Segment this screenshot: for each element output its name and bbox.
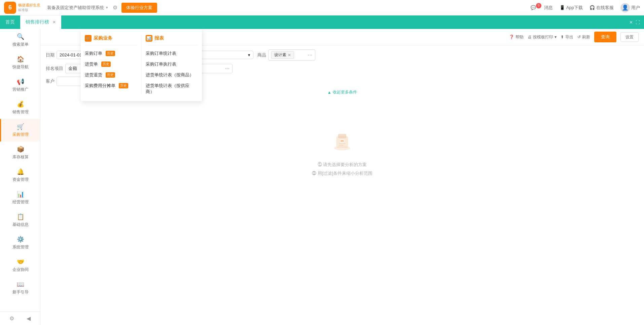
hint-circle-1: ⓵ bbox=[318, 162, 323, 167]
top-header: 6 畅捷通好生意 标准版 装备及固定资产辅助管理系统 ▾ ⚙ 体验行业方案 💬 … bbox=[0, 0, 644, 15]
online-service-btn[interactable]: 🎧 在线客服 bbox=[589, 5, 614, 11]
dropdown-item-purchase-order[interactable]: 采购订单 历史 bbox=[85, 48, 137, 59]
sidebar-label-basic-info: 基础信息 bbox=[12, 222, 29, 228]
history-badge-3: 历史 bbox=[119, 83, 128, 88]
system-icon: ⚙️ bbox=[17, 236, 24, 243]
svg-rect-2 bbox=[338, 134, 346, 138]
sidebar-label-quick-nav: 快捷导航 bbox=[12, 64, 29, 70]
sidebar-item-inventory[interactable]: 📦 库存核算 bbox=[0, 141, 40, 164]
settings-icon[interactable]: ⚙ bbox=[113, 4, 117, 11]
purchase-col-label: 采购业务 bbox=[94, 35, 112, 41]
sidebar-label-operations: 经营管理 bbox=[12, 199, 29, 205]
sidebar: 🔍 搜索菜单 🏠 快捷导航 📢 营销推广 💰 销售管理 🛒 采购管理 📦 库存核… bbox=[0, 29, 40, 325]
help-btn[interactable]: ❓ 帮助 bbox=[509, 34, 524, 40]
sidebar-item-guide[interactable]: 📖 新手引导 bbox=[0, 277, 40, 299]
message-badge: 9 bbox=[536, 3, 541, 8]
hint-text-2: 用[过滤]条件来缩小分析范围 bbox=[318, 171, 372, 176]
sidebar-item-system[interactable]: ⚙️ 系统管理 bbox=[0, 232, 40, 254]
maximize-icon[interactable]: ⛶ bbox=[636, 20, 640, 25]
history-badge-2: 历史 bbox=[106, 72, 115, 78]
sidebar-item-basic-info[interactable]: 📋 基础信息 bbox=[0, 209, 40, 232]
sidebar-label-guide: 新手引导 bbox=[12, 289, 29, 295]
salesperson-more[interactable]: ··· bbox=[225, 66, 229, 72]
dropdown-label-order-stats: 采购订单统计表 bbox=[146, 50, 176, 56]
finance-icon: 🔔 bbox=[17, 168, 24, 175]
user-btn[interactable]: 👤 用户 bbox=[620, 3, 640, 12]
ranking-value: 金额 bbox=[68, 66, 77, 72]
purchase-col-title: 🛒 采购业务 bbox=[85, 33, 137, 45]
query-btn[interactable]: 查询 bbox=[594, 32, 616, 42]
export-icon: ⬆ bbox=[561, 35, 564, 39]
setup-btn[interactable]: 设置 bbox=[620, 32, 639, 42]
app-icon: 📱 bbox=[560, 5, 565, 10]
export-btn[interactable]: ⬆ 导出 bbox=[561, 34, 573, 40]
inventory-icon: 📦 bbox=[17, 146, 24, 153]
basic-info-icon: 📋 bbox=[17, 213, 24, 220]
message-btn[interactable]: 💬 9 消息 bbox=[531, 5, 553, 11]
tab-sales-ranking[interactable]: 销售排行榜 ✕ bbox=[20, 15, 61, 29]
goods-tag-close[interactable]: ✕ bbox=[288, 53, 291, 57]
dropdown-item-order-exec[interactable]: 采购订单执行表 bbox=[146, 59, 198, 70]
help-icon: ❓ bbox=[509, 35, 514, 39]
system-title-arrow[interactable]: ▾ bbox=[106, 5, 108, 10]
purchase-col: 🛒 采购业务 采购订单 历史 进货单 历史 进货退货 历史 bbox=[81, 33, 141, 97]
bottom-collapse-icon[interactable]: ◀ bbox=[27, 315, 31, 322]
export-label: 导出 bbox=[565, 34, 573, 40]
hint-circle-2: ⓶ bbox=[312, 171, 318, 176]
message-label: 消息 bbox=[544, 5, 553, 11]
sidebar-item-enterprise[interactable]: 🤝 企业协同 bbox=[0, 254, 40, 277]
content-area: 🛒 采购业务 采购订单 历史 进货单 历史 进货退货 历史 bbox=[40, 29, 644, 325]
tab-close-icon[interactable]: ✕ bbox=[52, 20, 56, 25]
refresh-btn[interactable]: ↺ 刷新 bbox=[577, 34, 590, 40]
sidebar-item-purchase[interactable]: 🛒 采购管理 bbox=[0, 119, 40, 141]
date-start: 2024-01-01 bbox=[60, 52, 82, 57]
dropdown-label-purchase-order: 采购订单 bbox=[85, 50, 102, 56]
dropdown-item-return[interactable]: 进货退货 历史 bbox=[85, 70, 137, 80]
main-layout: 🔍 搜索菜单 🏠 快捷导航 📢 营销推广 💰 销售管理 🛒 采购管理 📦 库存核… bbox=[0, 29, 644, 325]
sidebar-label-finance: 资金管理 bbox=[12, 177, 29, 182]
app-download-btn[interactable]: 📱 App下载 bbox=[560, 5, 583, 11]
sidebar-item-sales[interactable]: 💰 销售管理 bbox=[0, 96, 40, 119]
dropdown-item-expense[interactable]: 采购费用分摊单 历史 bbox=[85, 80, 137, 91]
tab-sales-label: 销售排行榜 bbox=[26, 19, 49, 25]
tab-controls: ✕ ⛶ bbox=[629, 15, 644, 29]
goods-select[interactable]: 设计素 ✕ ··· bbox=[268, 49, 315, 60]
report-col-label: 报表 bbox=[154, 35, 164, 41]
sidebar-item-search[interactable]: 🔍 搜索菜单 bbox=[0, 29, 40, 51]
bottom-settings-icon[interactable]: ⚙ bbox=[9, 315, 14, 322]
collapse-label: 收起更多条件 bbox=[333, 89, 357, 95]
dropdown-label-return: 进货退货 bbox=[85, 72, 102, 78]
goods-more-btn[interactable]: ··· bbox=[308, 52, 312, 58]
sidebar-label-search: 搜索菜单 bbox=[12, 42, 29, 47]
dropdown-item-inbound-supplier[interactable]: 进货单统计表（按供应商） bbox=[146, 80, 198, 97]
avatar: 👤 bbox=[620, 3, 630, 12]
sidebar-item-finance[interactable]: 🔔 资金管理 bbox=[0, 164, 40, 187]
sidebar-item-quick-nav[interactable]: 🏠 快捷导航 bbox=[0, 51, 40, 74]
dropdown-label-inbound-supplier: 进货单统计表（按供应商） bbox=[146, 83, 198, 95]
print-arrow[interactable]: ▾ bbox=[554, 35, 557, 39]
industry-btn[interactable]: 体验行业方案 bbox=[121, 3, 157, 13]
filter-goods-group: 商品 设计素 ✕ ··· bbox=[257, 49, 315, 60]
sidebar-item-marketing[interactable]: 📢 营销推广 bbox=[0, 74, 40, 96]
empty-hint-1: ⓵ 请先选择要分析的方案 bbox=[318, 162, 367, 168]
dropdown-item-inbound-goods[interactable]: 进货单统计表（按商品） bbox=[146, 70, 198, 80]
close-window-icon[interactable]: ✕ bbox=[629, 20, 633, 25]
sales-icon: 💰 bbox=[17, 100, 24, 108]
dropdown-item-inbound[interactable]: 进货单 历史 bbox=[85, 59, 137, 70]
dropdown-item-order-stats[interactable]: 采购订单统计表 bbox=[146, 48, 198, 59]
collapse-btn[interactable]: ▲ 收起更多条件 bbox=[327, 89, 357, 95]
logo-sub: 标准版 bbox=[18, 8, 40, 12]
header-right: 💬 9 消息 📱 App下载 🎧 在线客服 👤 用户 bbox=[531, 3, 640, 12]
sidebar-item-operations[interactable]: 📊 经营管理 bbox=[0, 187, 40, 209]
date-label: 日期 bbox=[46, 52, 55, 58]
status-select-arrow: ▾ bbox=[248, 52, 250, 57]
dropdown-label-expense: 采购费用分摊单 bbox=[85, 83, 115, 89]
logo-icon: 6 bbox=[4, 2, 16, 14]
purchase-col-icon: 🛒 bbox=[85, 35, 92, 42]
print-btn[interactable]: 🖨 按模板打印 ▾ bbox=[528, 34, 557, 40]
logo-area: 6 畅捷通好生意 标准版 bbox=[4, 2, 44, 14]
guide-icon: 📖 bbox=[17, 281, 24, 288]
purchase-icon: 🛒 bbox=[17, 123, 24, 130]
sidebar-label-marketing: 营销推广 bbox=[12, 87, 29, 92]
tab-home[interactable]: 首页 bbox=[0, 15, 20, 29]
